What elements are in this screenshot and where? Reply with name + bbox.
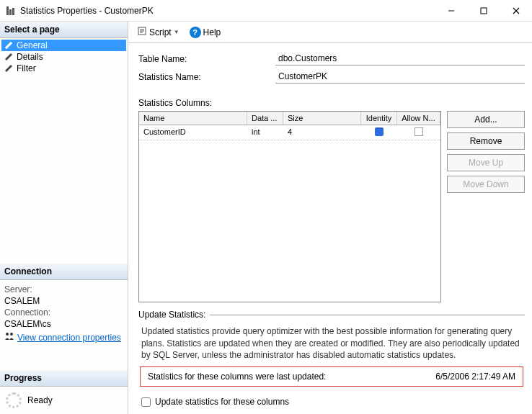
checkbox-checked-icon [375,127,384,136]
connection-header: Connection [0,264,128,280]
title-bar: Statistics Properties - CustomerPK [0,0,532,22]
stats-name-input[interactable] [275,70,525,84]
svg-point-7 [6,333,9,336]
wrench-icon [4,52,14,62]
maximize-button[interactable] [467,0,500,21]
nav-label: Details [17,52,43,62]
view-connection-properties-link[interactable]: View connection properties [17,333,121,343]
stats-name-label: Statistics Name: [138,72,275,82]
wrench-icon [4,40,14,50]
progress-spinner-icon [6,392,22,408]
update-stats-description: Updated statistics provide query optimiz… [141,325,522,361]
last-updated-label: Statistics for these columns were last u… [148,372,326,382]
stats-columns-label: Statistics Columns: [138,98,525,108]
move-up-button[interactable]: Move Up [447,154,525,171]
connection-label: Connection: [4,307,123,318]
table-name-input[interactable] [275,52,525,66]
cell-data: int [247,125,283,140]
server-value: CSALEM [4,296,123,306]
grid-header: Name Data ... Size Identity Allow N... [139,112,440,125]
cell-allow [397,125,440,140]
svg-rect-1 [9,9,12,15]
update-stats-checkbox-label: Update statistics for these columns [155,397,289,407]
col-header-data: Data ... [247,112,283,125]
progress-header: Progress [0,370,128,387]
col-header-identity: Identity [361,112,397,125]
svg-rect-0 [6,6,9,15]
nav-item-general[interactable]: General [1,40,126,51]
col-header-name: Name [139,112,247,125]
svg-point-8 [10,333,13,336]
cell-identity [361,125,397,140]
help-icon: ? [190,27,201,38]
update-stats-checkbox[interactable] [141,397,151,407]
svg-rect-2 [12,8,14,15]
server-label: Server: [4,284,123,294]
wrench-icon [4,63,14,73]
left-panel: Select a page General Details Filter Con… [0,22,128,414]
col-header-size: Size [283,112,361,125]
move-down-button[interactable]: Move Down [447,176,525,193]
last-updated-box: Statistics for these columns were last u… [140,366,523,387]
checkbox-unchecked-icon [414,127,423,136]
people-icon [4,332,14,343]
script-label: Script [149,27,172,37]
close-button[interactable] [500,0,532,21]
connection-value: CSALEM\cs [4,319,123,329]
update-stats-label: Update Statistics: [138,310,205,320]
add-button[interactable]: Add... [447,111,525,128]
script-icon [137,26,147,38]
svg-rect-4 [481,8,487,14]
chevron-down-icon: ▼ [174,29,179,35]
col-header-allow: Allow N... [397,112,440,125]
app-icon [4,5,16,17]
cell-name: CustomerID [139,125,247,140]
progress-status: Ready [27,395,53,405]
nav-item-details[interactable]: Details [1,51,126,63]
minimize-button[interactable] [435,0,467,21]
table-name-label: Table Name: [138,54,275,64]
cell-size: 4 [283,125,361,140]
toolbar: Script ▼ ? Help [128,22,532,43]
script-button[interactable]: Script ▼ [134,24,182,40]
remove-button[interactable]: Remove [447,132,525,150]
help-button[interactable]: ? Help [187,25,224,40]
window-title: Statistics Properties - CustomerPK [20,6,435,16]
table-row[interactable]: CustomerID int 4 [139,125,440,140]
last-updated-value: 6/5/2006 2:17:49 AM [435,372,515,382]
nav-label: General [17,40,48,50]
nav-item-filter[interactable]: Filter [1,63,126,74]
right-panel: Script ▼ ? Help Table Name: Statistics N… [128,22,532,414]
nav-label: Filter [17,63,36,73]
select-page-header: Select a page [0,22,128,38]
stats-columns-grid[interactable]: Name Data ... Size Identity Allow N... C… [138,111,441,302]
help-label: Help [203,27,221,37]
divider [210,315,525,315]
